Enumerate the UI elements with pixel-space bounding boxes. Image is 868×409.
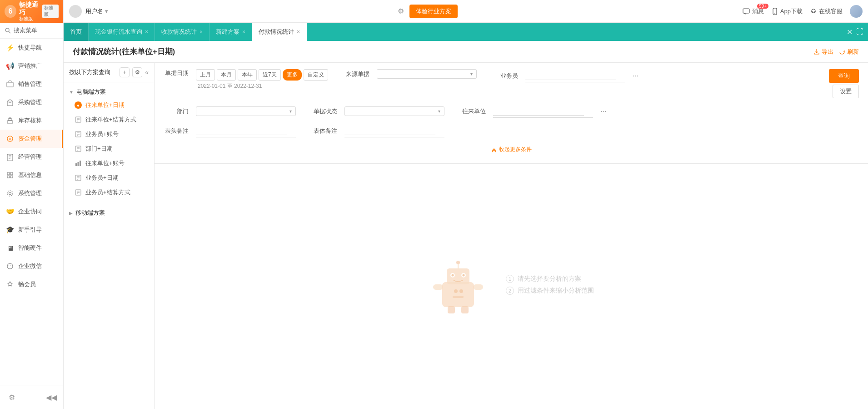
tab-close-all-btn[interactable]: ✕ [847,28,853,36]
sidebar-item-wechat[interactable]: 企业微信 [0,257,63,275]
scheme-icon [75,189,82,196]
date-btn-7days[interactable]: 近7天 [259,69,281,81]
sidebar-item-quick-nav[interactable]: ⚡ 快捷导航 [0,39,63,57]
topnav-app-download[interactable]: App下载 [771,7,803,15]
scheme-group-desktop-header[interactable]: ▼ 电脑端方案 [64,86,154,98]
status-select[interactable]: ▾ [344,106,444,116]
scheme-item-label: 部门+日期 [85,145,113,153]
sidebar-item-member[interactable]: 畅会员 [0,275,63,293]
export-btn[interactable]: 导出 [813,48,833,56]
sidebar-item-label: 企业微信 [18,262,42,270]
head-note-input[interactable] [196,124,287,135]
sidebar-item-purchase[interactable]: 采购管理 [0,93,63,111]
body-note-input[interactable] [344,124,435,135]
scheme-group-mobile-header[interactable]: ▶ 移动端方案 [64,207,154,219]
topnav-online-service[interactable]: 在线客服 [810,7,843,15]
search-menu-item[interactable]: 搜索菜单 [0,23,63,39]
date-btn-custom[interactable]: 自定义 [304,69,328,81]
refresh-btn[interactable]: 刷新 [839,48,859,56]
sidebar-item-label: 销售管理 [18,80,42,88]
topnav-user-avatar2[interactable] [850,5,863,18]
tabbar-right: ✕ ⛶ [842,23,868,41]
tab-bank-flow[interactable]: 现金银行流水查询 × [89,23,155,41]
dept-select[interactable]: ▾ [196,106,296,116]
sidebar-item-capital[interactable]: ¥ 资金管理 [0,130,63,148]
tab-fullscreen-btn[interactable]: ⛶ [856,28,863,36]
date-btn-more[interactable]: 更多 [283,69,302,81]
date-btn-this-year[interactable]: 本年 [238,69,257,81]
tab-payment-stats[interactable]: 付款情况统计 × [252,23,307,41]
staff-input[interactable] [525,69,616,80]
sidebar-item-label: 营销推广 [18,62,42,70]
scheme-item-staff-date[interactable]: 业务员+日期 [64,171,154,185]
topnav-message[interactable]: 消息 99+ [742,7,764,15]
tab-label: 收款情况统计 [161,28,197,36]
sidebar-item-marketing[interactable]: 📢 营销推广 [0,57,63,75]
svg-rect-5 [7,121,13,123]
svg-rect-37 [75,163,77,166]
tab-home[interactable]: 首页 [64,23,89,41]
collapse-conditions-btn[interactable]: 收起更多条件 [487,142,535,157]
sidebar-item-inventory[interactable]: 库存核算 [0,111,63,130]
scheme-item-partner-settle[interactable]: 往来单位+结算方式 [64,112,154,127]
svg-rect-39 [80,161,81,166]
sidebar-bottom: ⚙ ◀◀ [0,385,63,409]
hint-text-1: 请先选择要分析的方案 [518,275,581,283]
sidebar-item-sales[interactable]: 销售管理 [0,75,63,93]
app-download-label: App下载 [780,7,803,15]
scheme-settings-btn[interactable]: ⚙ [132,67,142,77]
user-dropdown-icon[interactable]: ▾ [105,8,108,15]
tab-close-bank-flow[interactable]: × [145,29,148,35]
sidebar-settings-btn[interactable]: ⚙ [5,390,19,404]
message-icon [742,7,750,15]
hint-num-1: 1 [506,275,514,283]
sidebar-item-guide[interactable]: 🎓 新手引导 [0,221,63,239]
date-btn-this-month[interactable]: 本月 [217,69,236,81]
svg-rect-17 [10,176,13,178]
date-btn-last-month[interactable]: 上月 [196,69,215,81]
staff-more-icon[interactable]: ··· [633,72,639,80]
scheme-group-mobile: ▶ 移动端方案 [64,203,154,222]
sidebar-logo: 6 畅捷通巧 标准版 标准版 [0,0,63,23]
partner-more-icon[interactable]: ··· [600,107,606,116]
scheme-collapse-icon[interactable]: « [145,69,149,76]
sidebar-item-enterprise[interactable]: 🤝 企业协同 [0,202,63,221]
source-label: 来源单据 [344,70,369,78]
sidebar-item-label: 基础信息 [18,171,42,179]
sidebar-item-basic[interactable]: 基础信息 [0,166,63,184]
guide-icon: 🎓 [5,225,15,234]
scheme-item-partner-date[interactable]: ● 往来单位+日期 [64,98,154,112]
scheme-item-staff-account[interactable]: 业务员+账号 [64,127,154,141]
content-body: 按以下方案查询 + ⚙ « ▼ 电脑端方案 ● 往来单位+日期 [64,63,868,409]
topnav-settings-icon[interactable]: ⚙ [398,7,404,15]
dept-dropdown-icon: ▾ [289,109,292,114]
sidebar-item-operation[interactable]: 经营管理 [0,148,63,166]
search-label: 搜索菜单 [14,26,37,35]
scheme-item-dept-date[interactable]: 部门+日期 [64,141,154,156]
online-service-label: 在线客服 [819,7,843,15]
staff-label: 业务员 [493,72,518,80]
svg-text:¥: ¥ [9,137,11,141]
tab-close-payment-stats[interactable]: × [297,29,300,35]
source-select[interactable]: ▾ [377,69,477,79]
tab-receipt-stats[interactable]: 收款情况统计 × [155,23,210,41]
tab-close-new-scheme[interactable]: × [242,29,245,35]
scheme-group-desktop: ▼ 电脑端方案 ● 往来单位+日期 往来单位+结算方式 [64,82,154,203]
sidebar-item-system[interactable]: 系统管理 [0,184,63,202]
sidebar-item-hardware[interactable]: 🖥 智能硬件 [0,239,63,257]
scheme-item-partner-account[interactable]: 往来单位+账号 [64,156,154,171]
scheme-item-staff-settle[interactable]: 业务员+结算方式 [64,185,154,200]
partner-input[interactable] [493,105,584,116]
date-label: 单据日期 [164,69,189,77]
tab-new-scheme[interactable]: 新建方案 × [210,23,252,41]
scheme-panel-header: 按以下方案查询 + ⚙ « [64,63,154,82]
query-btn[interactable]: 查询 [829,69,859,83]
scheme-panel-actions: + ⚙ [120,67,142,77]
scheme-add-btn[interactable]: + [120,67,130,77]
filter-settings-btn[interactable]: 设置 [833,85,859,98]
trial-btn[interactable]: 体验行业方案 [409,5,458,18]
tab-close-receipt-stats[interactable]: × [200,29,203,35]
export-label: 导出 [822,48,833,56]
sidebar-collapse-btn[interactable]: ◀◀ [44,390,59,404]
empty-hint-item-2: 2 用过滤条件来缩小分析范围 [506,287,594,295]
